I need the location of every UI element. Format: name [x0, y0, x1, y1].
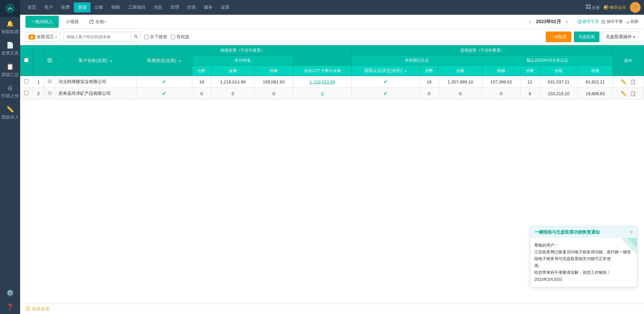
row-purch-uncert-tax: 81,822.21	[578, 76, 613, 88]
notification-icon: 🔔	[6, 20, 14, 27]
row-purch-uncert-amount: 153,215.10	[539, 88, 578, 100]
sidebar-item-settings[interactable]: ⚙️	[0, 286, 20, 300]
current-date: 2023年02月	[536, 19, 561, 25]
edit-icon[interactable]: ✏️	[621, 91, 627, 96]
row-checkbox[interactable]	[20, 76, 33, 88]
table-row: 2 灵寿县尚泽矿产品有限公司 ✔ 0 0 0 0 ✔ 0 0 0 6 153,2…	[20, 88, 644, 100]
statusbar-label[interactable]: 税务政策	[32, 306, 50, 312]
sidebar-item-票据汇总[interactable]: 📋 票据汇总	[0, 60, 20, 81]
sidebar-item-发票开具[interactable]: 📄 发票开具	[0, 38, 20, 60]
nav-invoice[interactable]: 票据	[74, 2, 91, 12]
tab-general-taxpayer[interactable]: 一般纳税人	[25, 16, 59, 28]
tab-small-scale[interactable]: 小规模	[60, 16, 85, 28]
nodisk-ops-btn[interactable]: 无盘取票操作 ▾	[602, 32, 639, 42]
detail-icon[interactable]: 📋	[630, 91, 636, 96]
row-sales-cumulative[interactable]: 1,216,013.99	[293, 76, 352, 88]
nav-home[interactable]: 首页	[23, 2, 40, 12]
th-purch-uncert-tax: 税额	[578, 66, 613, 76]
svg-point-24	[49, 92, 51, 94]
nav-business[interactable]: 工商项目	[124, 2, 150, 12]
svg-rect-1	[586, 5, 588, 6]
filter-actions: 一键取票 无盘取票 无盘取票操作 ▾	[546, 32, 639, 42]
nav-operation[interactable]: 经营	[183, 2, 200, 12]
tabbar-right-actions: ? 新手引导 操作手册 刷新	[578, 19, 639, 24]
prev-month-btn[interactable]: ‹	[528, 18, 533, 25]
svg-marker-21	[405, 70, 407, 72]
sidebar-item-help[interactable]: ❓	[0, 300, 20, 314]
svg-rect-2	[589, 5, 590, 6]
th-purch-cert-count: 份数	[420, 66, 439, 76]
manual-btn[interactable]: 操作手册	[601, 19, 623, 24]
row-purch-uncert-count: 6	[520, 88, 539, 100]
row-purch-cert-tax: 0	[482, 88, 520, 100]
edit-icon[interactable]: ✏️	[621, 79, 627, 84]
scan-icon: 🖨	[7, 84, 13, 91]
nav-settings[interactable]: 设置	[217, 2, 233, 12]
nav-fee[interactable]: 收费	[57, 2, 74, 12]
search-wrap	[63, 32, 141, 42]
next-month-btn[interactable]: ›	[564, 18, 570, 25]
date-nav: ‹ 2023年02月 ›	[528, 18, 570, 25]
member-btn[interactable]: ▶ 畅享会员	[604, 5, 626, 10]
chevron-down-icon: ▾	[105, 20, 106, 23]
topnav-right: 全屏 ▶ 畅享会员 🐵	[586, 2, 641, 13]
svg-text:▶: ▶	[604, 5, 608, 9]
mingxia-checkbox[interactable]	[144, 35, 149, 39]
th-purch-cert-amount: 金额	[439, 66, 482, 76]
taxdisk-checkbox[interactable]	[171, 35, 175, 39]
new-guide-btn[interactable]: ? 新手引导	[578, 19, 599, 24]
row-seq: 2	[33, 88, 45, 100]
row-purch-cert-amount: 0	[439, 88, 482, 100]
row-sales-tax: 158,081.83	[255, 76, 293, 88]
row-sales-count: 18	[192, 76, 211, 88]
sidebar-item-智能取票[interactable]: 🔔 智能取票	[0, 17, 20, 38]
taxdisk-checkbox-label[interactable]: 有税盘	[171, 34, 190, 40]
svg-point-25	[48, 91, 52, 95]
dropdown-icon: ▾	[55, 35, 57, 39]
summary-icon: 📋	[6, 63, 14, 70]
sidebar-item-扫描上传[interactable]: 🖨 扫描上传	[0, 81, 20, 102]
statusbar: i 税务政策	[20, 304, 644, 314]
svg-text:i: i	[28, 306, 29, 311]
th-purch-cert-tax: 税额	[482, 66, 520, 76]
avatar[interactable]: 🐵	[630, 2, 641, 13]
row-customer-name: 灵寿县尚泽矿产品有限公司	[55, 88, 137, 100]
select-all-checkbox[interactable]	[24, 58, 29, 62]
svg-point-22	[49, 80, 51, 82]
nav-manage[interactable]: 管理	[166, 2, 183, 12]
nodisk-fetch-btn[interactable]: 无盘取票	[574, 32, 599, 42]
sidebar-item-票据录入[interactable]: ✏️ 票据录入	[0, 102, 20, 124]
search-input[interactable]	[64, 33, 131, 41]
tab-all[interactable]: * 全能 ▾	[86, 17, 110, 27]
table-row: 1 河北柯搏楼实业有限公司 ✔ 18 1,216,013.99 158,081.…	[20, 76, 644, 88]
svg-point-23	[48, 79, 52, 83]
th-settings	[45, 46, 55, 76]
svg-text:*: *	[91, 19, 92, 24]
th-fetch-status: 取票状态(全部)	[137, 46, 192, 76]
notification-popup: 一键报税与无盘取票功能恢复通知 × 尊敬的用户：江苏政务网已恢复访问电子税务局功…	[530, 226, 637, 287]
invoice-icon: 📄	[6, 42, 14, 49]
onekey-fetch-btn[interactable]: 一键取票	[546, 32, 571, 42]
employee-filter[interactable]: ◉ 全部员工 ▾	[25, 32, 60, 42]
nav-tax[interactable]: 报税	[107, 2, 124, 12]
row-cert-status: ✔	[352, 88, 420, 100]
nav-message[interactable]: 消息	[150, 2, 166, 12]
fullscreen-btn[interactable]: 全屏	[586, 4, 600, 11]
notification-close-btn[interactable]: ×	[630, 229, 633, 235]
th-purch-uncert-count: 份数	[520, 66, 539, 76]
nav-bookkeeping[interactable]: 记账	[91, 2, 107, 12]
filterbar: ◉ 全部员工 ▾ 名下账套 有税盘 一键取票 无盘取票 无盘取票操作 ▾	[20, 29, 644, 45]
svg-marker-19	[110, 60, 112, 62]
row-sales-cumulative[interactable]: 0	[293, 88, 352, 100]
detail-icon[interactable]: 📋	[630, 79, 636, 84]
search-button[interactable]	[131, 33, 141, 41]
row-purch-cert-amount: 1,357,999.10	[439, 76, 482, 88]
refresh-btn[interactable]: 刷新	[626, 19, 639, 24]
settings-icon: ⚙️	[6, 289, 14, 297]
nav-client[interactable]: 客户	[40, 2, 57, 12]
row-fetch-status: ✔	[137, 88, 192, 100]
nav-service[interactable]: 服务	[200, 2, 217, 12]
mingxia-checkbox-label[interactable]: 名下账套	[144, 34, 167, 40]
row-checkbox[interactable]	[20, 88, 33, 100]
row-purch-cert-tax: 157,399.62	[482, 76, 520, 88]
